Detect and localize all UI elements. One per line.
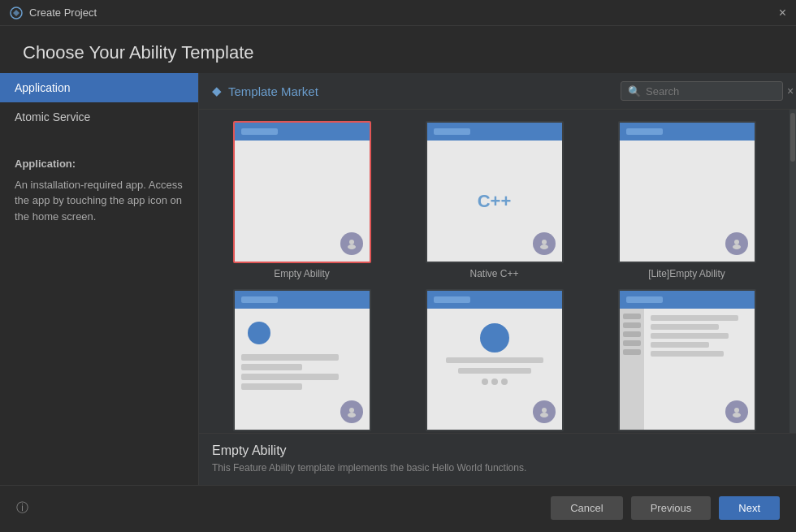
search-box[interactable]: 🔍 × [621,81,783,101]
svg-point-2 [348,244,356,249]
template-card-img-page-detail [426,289,564,431]
description-text: An installation-required app. Access the… [15,177,184,225]
template-card-img-list-ability [233,289,371,431]
template-header: ◆ Template Market 🔍 × [199,73,796,110]
selected-template-title: Empty Ability [212,443,783,458]
template-panel: ◆ Template Market 🔍 × [199,73,796,485]
svg-point-1 [349,240,354,244]
template-card-page-detail[interactable]: Page Detail [403,289,586,433]
previous-button[interactable]: Previous [631,496,712,520]
market-icon: ◆ [212,84,222,98]
scrollbar-thumb [790,113,795,162]
sidebar-item-atomic-service[interactable]: Atomic Service [0,102,198,132]
template-card-img-side-nav [618,289,756,431]
svg-point-5 [734,240,739,244]
template-card-list-ability[interactable]: List Ability [210,289,393,433]
templates-grid: Empty Ability C++ [199,110,790,433]
template-card-empty-ability[interactable]: Empty Ability [210,121,393,279]
search-input[interactable] [646,85,782,97]
window-title: Create Project [29,6,97,19]
description-title: Application: [15,156,184,172]
search-clear-icon[interactable]: × [787,84,794,97]
svg-point-8 [348,413,356,417]
template-card-img-empty-ability [233,121,371,263]
template-card-native-cpp[interactable]: C++ Native C++ [403,121,586,279]
cancel-button[interactable]: Cancel [551,496,622,520]
svg-point-4 [540,244,548,249]
sidebar-description: Application: An installation-required ap… [0,141,198,239]
title-bar-left: Create Project [10,6,97,19]
selected-template-description: This Feature Ability template implements… [212,461,783,475]
template-card-name-native-cpp: Native C++ [469,268,518,279]
footer: ⓘ Cancel Previous Next [0,485,796,530]
template-market-label: ◆ Template Market [212,84,318,98]
help-icon[interactable]: ⓘ [16,500,28,516]
detail-panel: Empty Ability This Feature Ability templ… [199,433,796,485]
template-card-side-nav[interactable]: Side Nav [595,289,778,433]
sidebar-item-application[interactable]: Application [0,73,198,102]
app-icon [10,6,23,19]
template-card-img-lite-empty-ability [618,121,756,263]
scrollbar[interactable] [790,110,796,433]
title-bar: Create Project × [0,0,796,26]
search-icon: 🔍 [628,85,641,97]
content-area: Application Atomic Service Application: … [0,73,796,485]
svg-point-12 [733,413,741,417]
svg-point-3 [542,240,547,244]
svg-point-7 [349,408,354,413]
svg-point-6 [733,244,741,249]
template-card-lite-empty-ability[interactable]: [Lite]Empty Ability [595,121,778,279]
template-card-name-empty-ability: Empty Ability [274,268,330,279]
page-title: Choose Your Ability Template [0,26,796,73]
next-button[interactable]: Next [719,496,780,520]
cpp-icon: C++ [478,191,512,212]
svg-point-9 [542,408,547,413]
template-card-img-native-cpp: C++ [426,121,564,263]
svg-point-10 [540,413,548,417]
grid-area: Empty Ability C++ [199,110,796,433]
close-button[interactable]: × [779,6,786,19]
sidebar: Application Atomic Service Application: … [0,73,199,485]
svg-point-11 [734,408,739,413]
template-card-name-lite-empty-ability: [Lite]Empty Ability [648,268,725,279]
